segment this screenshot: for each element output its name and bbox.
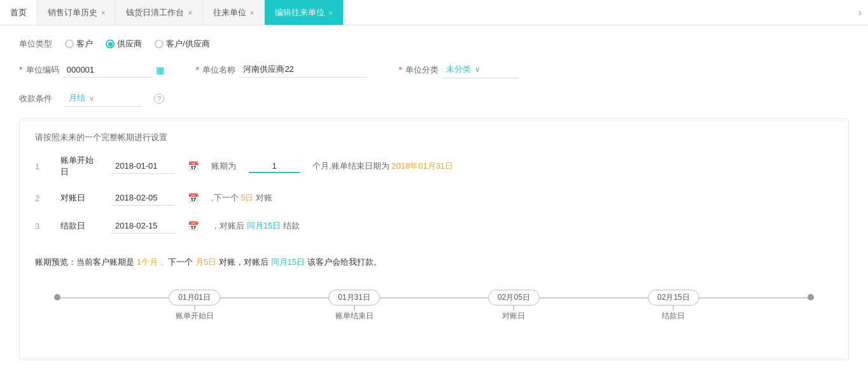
preview-text: 账期预览：当前客户账期是 1个月， 下一个 月5日 对账，对账后 同月15日 该… [35,257,382,267]
step-3-num: 3 [35,222,48,231]
timeline-connector-1 [194,306,195,311]
unit-code-field: * 单位编码 ▦ [19,62,164,78]
timeline-connector-2 [354,306,355,311]
tab-cash-desk-label: 钱货日清工作台 [126,7,184,18]
step-3-date-input[interactable] [111,218,175,234]
step-3-label: 结款日 [60,220,99,232]
step-3-highlight: 同月15日 [247,221,281,230]
radio-both-label: 客户/供应商 [166,38,210,50]
timeline-badge-3: 02月05日 [488,290,540,306]
radio-supplier-label: 供应商 [117,38,142,50]
preview-payment: 同月15日 [271,257,305,267]
timeline-badge-1: 01月01日 [169,290,220,306]
unit-category-star: * [398,65,402,74]
tab-partner[interactable]: 往来单位 × [203,0,265,25]
step-1-period-input[interactable] [249,160,300,173]
tab-sales-history-label: 销售订单历史 [48,7,97,18]
preview-date: 月5日 [195,257,216,267]
unit-code-input[interactable] [63,62,152,78]
tab-partner-close[interactable]: × [250,9,254,17]
unit-name-field: * 单位名称 [196,62,367,78]
step-2-label: 对账日 [60,192,99,204]
unit-category-field: * 单位分类 未分类 ∨ [398,61,519,78]
tab-bar-arrow[interactable]: › [852,0,868,25]
tab-sales-history[interactable]: 销售订单历史 × [38,0,116,25]
tab-bar: 首页 销售订单历史 × 钱货日清工作台 × 往来单位 × 编辑往来单位 × › [0,0,868,25]
step-2-num: 2 [35,194,48,203]
unit-type-row: 单位类型 客户 供应商 客户/供应商 [19,38,849,50]
step-1-row: 1 账单开始日 📅 账期为 个月,账单结束日期为 2018年01月31日 [35,155,833,178]
unit-code-label: * 单位编码 [19,64,59,76]
settings-card: 请按照未来的一个完整帐期进行设置 1 账单开始日 📅 账期为 个月,账单结束日期… [19,118,849,360]
timeline-start-dot [54,294,60,300]
step-1-label: 账单开始日 [60,155,99,178]
step-1-date-input[interactable] [111,158,175,174]
radio-supplier[interactable]: 供应商 [106,38,142,50]
radio-supplier-circle [106,39,115,48]
timeline-badge-4: 02月15日 [648,290,699,306]
tab-edit-partner-label: 编辑往来单位 [275,7,325,18]
timeline-label-2: 账单结束日 [335,311,374,321]
radio-customer[interactable]: 客户 [65,38,93,50]
unit-code-icon[interactable]: ▦ [156,65,164,75]
unit-name-label: * 单位名称 [196,64,236,76]
step-2-desc: ,下一个 5日 对账 [211,192,272,204]
help-icon[interactable]: ? [154,94,164,104]
tab-partner-label: 往来单位 [213,7,246,18]
step-3-row: 3 结款日 📅 ，对账后 同月15日 结款 [35,218,833,234]
radio-both-circle [155,39,164,48]
tab-sales-history-close[interactable]: × [101,9,105,17]
step-2-highlight: 5日 [241,193,253,202]
payment-terms-label: 收款条件 [19,93,52,104]
card-title: 请按照未来的一个完整帐期进行设置 [35,132,833,143]
step-1-end-date: 2018年01月31日 [391,161,453,171]
preview-section: 账期预览：当前客户账期是 1个月， 下一个 月5日 对账，对账后 同月15日 该… [35,246,833,278]
step-2-date-input[interactable] [111,190,175,206]
timeline-label-3: 对账日 [502,311,525,321]
radio-customer-label: 客户 [76,38,93,50]
timeline-container: 01月01日 账单开始日 01月31日 账单结束日 02月05日 对账日 [35,283,833,347]
timeline-node-4: 02月15日 结款日 [648,290,699,321]
step-1-calendar-icon[interactable]: 📅 [188,161,199,171]
unit-fields-row: * 单位编码 ▦ * 单位名称 * 单位分类 未分类 ∨ [19,61,849,78]
payment-terms-arrow: ∨ [89,94,94,102]
step-1-desc-before: 账期为 [211,160,236,172]
unit-type-label: 单位类型 [19,38,52,50]
payment-terms-row: 收款条件 月结 ∨ ? [19,90,849,107]
tab-home-label: 首页 [10,7,27,18]
step-2-row: 2 对账日 📅 ,下一个 5日 对账 [35,190,833,206]
preview-period: 1个月， [137,257,166,267]
timeline-start [54,290,60,300]
tab-cash-desk-close[interactable]: × [188,9,192,17]
unit-code-star: * [19,65,22,74]
tab-home[interactable]: 首页 [0,0,38,25]
payment-terms-dropdown[interactable]: 月结 ∨ [65,90,141,107]
step-3-desc: ，对账后 同月15日 结款 [211,220,300,232]
unit-category-arrow: ∨ [475,65,480,74]
unit-category-dropdown[interactable]: 未分类 ∨ [442,61,519,78]
unit-category-value: 未分类 [446,64,471,75]
payment-terms-value: 月结 [69,92,85,104]
unit-type-radio-group: 客户 供应商 客户/供应商 [65,38,210,50]
unit-name-input[interactable] [239,62,367,78]
step-2-calendar-icon[interactable]: 📅 [188,193,199,203]
timeline-end [808,290,814,300]
timeline-badge-2: 01月31日 [328,290,380,306]
radio-customer-circle [65,39,74,48]
tab-edit-partner[interactable]: 编辑往来单位 × [265,0,343,25]
timeline-connector-4 [673,306,674,311]
unit-name-star: * [196,65,199,74]
timeline-label-4: 结款日 [662,311,685,321]
timeline-connector-3 [513,306,514,311]
timeline-end-dot [808,294,814,300]
tab-cash-desk[interactable]: 钱货日清工作台 × [116,0,202,25]
tab-edit-partner-close[interactable]: × [328,9,332,17]
step-1-desc-after: 个月,账单结束日期为 2018年01月31日 [312,160,453,172]
radio-both[interactable]: 客户/供应商 [155,38,210,50]
step-1-num: 1 [35,162,48,171]
step-3-calendar-icon[interactable]: 📅 [188,221,199,231]
timeline-nodes: 01月01日 账单开始日 01月31日 账单结束日 02月05日 对账日 [54,290,814,321]
timeline-node-2: 01月31日 账单结束日 [328,290,380,321]
main-content: 单位类型 客户 供应商 客户/供应商 * 单位编码 ▦ [0,25,868,387]
timeline-node-1: 01月01日 账单开始日 [169,290,220,321]
